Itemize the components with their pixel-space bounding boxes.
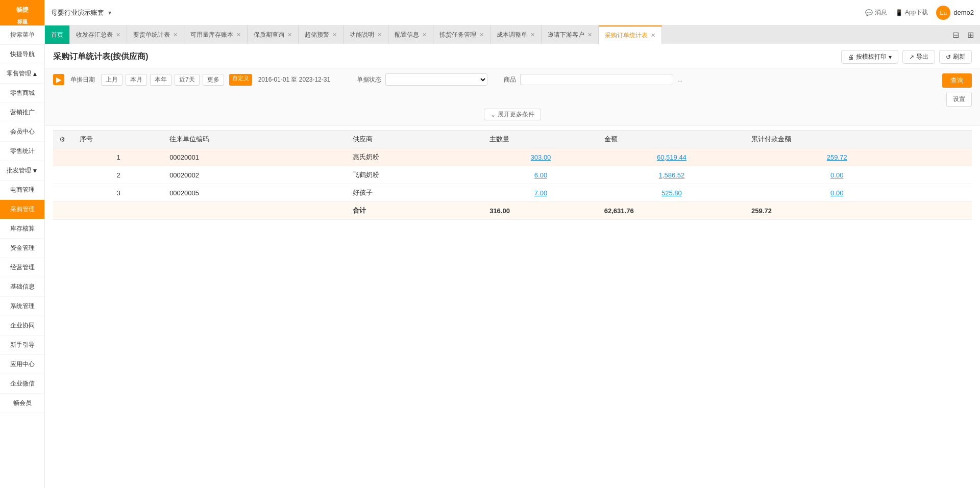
tab-shoufahuizong-close[interactable]: ✕ bbox=[116, 32, 120, 38]
sidebar-item-newguide[interactable]: 新手引导 bbox=[0, 336, 44, 355]
tab-chaochuyujing[interactable]: 超储预警 ✕ bbox=[299, 25, 344, 44]
sidebar-item-purchase[interactable]: 采购管理 bbox=[0, 200, 44, 219]
filter-quick-btns: 上月 本月 本年 近7天 更多 自定义 bbox=[101, 74, 252, 86]
tab-keyongliang[interactable]: 可用量库存账本 ✕ bbox=[184, 25, 248, 44]
topbar-dropdown-icon[interactable]: ▾ bbox=[108, 9, 111, 16]
cell-qty-1[interactable]: 6.00 bbox=[483, 166, 598, 184]
sidebar-item-finance[interactable]: 资金管理 bbox=[0, 239, 44, 258]
tab-keyongliang-close[interactable]: ✕ bbox=[236, 32, 241, 38]
sidebar-item-inventory[interactable]: 库存核算 bbox=[0, 219, 44, 239]
tab-caigoutongji-close[interactable]: ✕ bbox=[651, 32, 655, 39]
filter-status-select[interactable] bbox=[385, 73, 487, 86]
tab-shoufahuizong[interactable]: 收发存汇总表 ✕ bbox=[70, 25, 127, 44]
tab-minimize-button[interactable]: ⊟ bbox=[950, 28, 961, 42]
settings-button[interactable]: 设置 bbox=[946, 92, 972, 107]
tab-caigoutongji[interactable]: 采购订单统计表 ✕ bbox=[599, 25, 662, 44]
tab-home[interactable]: 首页 bbox=[45, 25, 70, 44]
sidebar-item-retailstat[interactable]: 零售统计 bbox=[0, 142, 44, 161]
tab-yaoqing-label: 邀请下游客户 bbox=[548, 31, 584, 39]
sidebar-search[interactable]: 搜索菜单 bbox=[0, 25, 44, 45]
filter-btn-more[interactable]: 更多 bbox=[203, 74, 224, 86]
filter-btn-last-month[interactable]: 上月 bbox=[101, 74, 122, 86]
tab-baojianxun-close[interactable]: ✕ bbox=[287, 32, 292, 38]
tab-nihuorenwu[interactable]: 拣货任务管理 ✕ bbox=[433, 25, 491, 44]
sidebar-item-retailshop[interactable]: 零售商城 bbox=[0, 84, 44, 103]
sidebar-item-operations[interactable]: 经营管理 bbox=[0, 258, 44, 277]
filter-row-1: ▶ 单据日期 上月 本月 本年 近7天 更多 自定义 2016-01-01 至 … bbox=[53, 73, 936, 86]
sidebar-item-appcenter-label: 应用中心 bbox=[10, 361, 35, 368]
cell-amount-2[interactable]: 525.80 bbox=[598, 184, 745, 202]
cell-code-1: 00020002 bbox=[163, 166, 347, 184]
sidebar-item-ecommerce[interactable]: 电商管理 bbox=[0, 181, 44, 200]
tab-yaohuodantongji[interactable]: 要货单统计表 ✕ bbox=[127, 25, 184, 44]
sidebar-item-member-label: 会员中心 bbox=[10, 128, 35, 135]
sidebar-item-quicknav[interactable]: 快捷导航 bbox=[0, 45, 44, 64]
logo: 畅捷 标题 bbox=[0, 0, 44, 25]
cell-paid-0[interactable]: 259.72 bbox=[745, 148, 928, 166]
export-button[interactable]: ↗ 导出 bbox=[902, 50, 935, 64]
column-settings-icon[interactable]: ⚙ bbox=[59, 136, 65, 143]
refresh-label: 刷新 bbox=[953, 53, 965, 61]
cell-paid-1[interactable]: 0.00 bbox=[745, 166, 928, 184]
sidebar-item-system[interactable]: 系统管理 bbox=[0, 297, 44, 316]
tab-chenben-close[interactable]: ✕ bbox=[530, 32, 535, 38]
refresh-button[interactable]: ↺ 刷新 bbox=[939, 50, 972, 64]
filter-goods-input[interactable] bbox=[520, 74, 673, 85]
filter-goods-more-icon[interactable]: ... bbox=[677, 76, 682, 83]
sidebar-item-appcenter[interactable]: 应用中心 bbox=[0, 355, 44, 374]
table-area: ⚙ 序号 往来单位编码 供应商 主数量 金额 累计付款金额 1 00020001 bbox=[45, 130, 980, 228]
cell-qty-2[interactable]: 7.00 bbox=[483, 184, 598, 202]
tab-yaohuodantongji-close[interactable]: ✕ bbox=[173, 32, 178, 38]
user-name: demo2 bbox=[953, 9, 974, 16]
sidebar-item-retail[interactable]: 零售管理 ▲ bbox=[0, 64, 44, 84]
tab-baojianxun[interactable]: 保质期查询 ✕ bbox=[248, 25, 299, 44]
tab-maximize-button[interactable]: ⊞ bbox=[965, 28, 976, 42]
filter-btn-this-month[interactable]: 本月 bbox=[126, 74, 147, 86]
message-button[interactable]: 💬 消息 bbox=[865, 8, 887, 17]
filter-status-label: 单据状态 bbox=[357, 75, 381, 84]
cell-qty-0[interactable]: 303.00 bbox=[483, 148, 598, 166]
svg-text:畅捷: 畅捷 bbox=[16, 6, 29, 13]
tab-nihuorenwu-label: 拣货任务管理 bbox=[439, 31, 476, 39]
avatar-text: Ea bbox=[940, 10, 947, 16]
tab-peizhi-label: 配置信息 bbox=[395, 31, 419, 39]
app-download-button[interactable]: 📱 App下载 bbox=[895, 8, 928, 17]
tab-caigoutongji-label: 采购订单统计表 bbox=[605, 31, 648, 40]
cell-paid-2[interactable]: 0.00 bbox=[745, 184, 928, 202]
filter-btn-this-year[interactable]: 本年 bbox=[150, 74, 172, 86]
sidebar-item-marketing[interactable]: 营销推广 bbox=[0, 103, 44, 122]
sidebar-item-basic[interactable]: 基础信息 bbox=[0, 277, 44, 297]
tab-gongnengshuo[interactable]: 功能说明 ✕ bbox=[344, 25, 388, 44]
tab-chenben[interactable]: 成本调整单 ✕ bbox=[491, 25, 542, 44]
sidebar-item-enterprise[interactable]: 企业协同 bbox=[0, 316, 44, 336]
filter-btn-7days[interactable]: 近7天 bbox=[175, 74, 200, 86]
cell-code-0: 00020001 bbox=[163, 148, 347, 166]
topbar: 母婴行业演示账套 ▾ 💬 消息 📱 App下载 Ea demo2 bbox=[45, 0, 980, 25]
sidebar-item-wechat[interactable]: 企业微信 bbox=[0, 374, 44, 394]
filter-toggle-button[interactable]: ▶ bbox=[53, 74, 64, 85]
sidebar-item-wholesale[interactable]: 批发管理 ▼ bbox=[0, 161, 44, 181]
tab-chaochuyujing-close[interactable]: ✕ bbox=[332, 32, 337, 38]
cell-amount-0[interactable]: 60,519.44 bbox=[598, 148, 745, 166]
tab-yaoqing-close[interactable]: ✕ bbox=[587, 32, 592, 38]
tab-home-label: 首页 bbox=[51, 31, 63, 39]
refresh-icon: ↺ bbox=[946, 54, 951, 61]
cell-settings-2 bbox=[53, 184, 74, 202]
sidebar-item-member[interactable]: 会员中心 bbox=[0, 122, 44, 142]
tab-peizhi-close[interactable]: ✕ bbox=[422, 32, 427, 38]
print-button[interactable]: 🖨 按模板打印 ▾ bbox=[841, 50, 898, 64]
tab-keyongliang-label: 可用量库存账本 bbox=[190, 31, 233, 39]
tab-peizhi[interactable]: 配置信息 ✕ bbox=[388, 25, 433, 44]
th-settings[interactable]: ⚙ bbox=[53, 131, 74, 148]
user-profile[interactable]: Ea demo2 bbox=[936, 6, 974, 20]
tab-yaoqing[interactable]: 邀请下游客户 ✕ bbox=[542, 25, 599, 44]
sidebar-item-vip[interactable]: 畅会员 bbox=[0, 394, 44, 413]
sidebar-item-ecommerce-label: 电商管理 bbox=[10, 186, 35, 193]
cell-amount-1[interactable]: 1,586.52 bbox=[598, 166, 745, 184]
sidebar-item-system-label: 系统管理 bbox=[10, 302, 35, 310]
tab-nihuorenwu-close[interactable]: ✕ bbox=[479, 32, 484, 38]
tab-gongnengshuo-close[interactable]: ✕ bbox=[377, 32, 382, 38]
query-button[interactable]: 查询 bbox=[942, 73, 972, 88]
sidebar-item-retail-label: 零售管理 bbox=[7, 69, 31, 78]
expand-filter-button[interactable]: ⌄ 展开更多条件 bbox=[484, 109, 541, 120]
